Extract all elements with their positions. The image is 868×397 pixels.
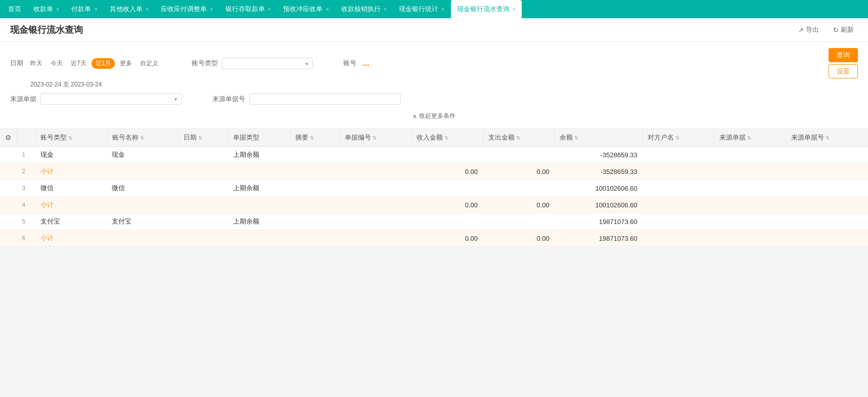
- nav-item-bank-flow[interactable]: 现金银行流水查询 ×: [451, 0, 522, 18]
- cell-source-doc-no: [786, 213, 868, 230]
- source-doc-no-input[interactable]: [249, 93, 401, 105]
- nav-item-receipt[interactable]: 收款单 ×: [27, 0, 65, 18]
- filter-row-1: 日期 昨天 今天 近7天 近1月 更多 自定义 账号类型 账号 ... 查: [10, 48, 858, 78]
- cell-balance: 19871073.60: [555, 213, 643, 230]
- collapse-bar[interactable]: ∧ 收起更多条件: [10, 110, 858, 122]
- page-header: 现金银行流水查询 ↗ 导出 ↻ 刷新: [0, 18, 868, 42]
- cell-account-name: 现金: [107, 147, 178, 163]
- cell-num: 2: [17, 163, 35, 180]
- column-settings-icon[interactable]: ⚙: [5, 134, 12, 142]
- nav-close-bank-stats[interactable]: ×: [441, 0, 444, 18]
- table-row: 6小计0.000.0019871073.60: [0, 230, 868, 247]
- cell-account-type: 微信: [35, 180, 107, 197]
- filter-row-2: 来源单据 来源单据号: [10, 93, 858, 105]
- sort-balance-icon: ⇅: [574, 135, 578, 141]
- cell-account-type: 支付宝: [35, 213, 107, 230]
- cell-settings: [0, 197, 17, 213]
- th-expense[interactable]: 支出金额 ⇅: [483, 129, 555, 147]
- sort-source-doc-icon: ⇅: [747, 135, 751, 141]
- query-button[interactable]: 查询: [829, 48, 858, 62]
- cell-settings: [0, 147, 17, 163]
- date-range-display: 2023-02-24 至 2023-03-24: [28, 80, 858, 89]
- export-button[interactable]: ↗ 导出: [794, 23, 823, 36]
- nav-close-prepay-offset[interactable]: ×: [326, 0, 329, 18]
- nav-close-collection-exec[interactable]: ×: [384, 0, 387, 18]
- th-summary[interactable]: 摘要 ⇅: [290, 129, 340, 147]
- cell-income: [411, 213, 483, 230]
- date-quick-buttons: 昨天 今天 近7天 近1月 更多 自定义: [27, 58, 161, 69]
- cell-counterpart: [643, 147, 714, 163]
- nav-item-home[interactable]: 首页: [2, 0, 27, 18]
- nav-item-bank-deposit[interactable]: 银行存取款单 ×: [219, 0, 277, 18]
- refresh-icon: ↻: [833, 26, 839, 34]
- nav-close-ar-ap-adjust[interactable]: ×: [210, 0, 213, 18]
- th-account-type[interactable]: 账号类型 ⇅: [35, 129, 107, 147]
- cell-date: [178, 180, 228, 197]
- cell-income: [411, 147, 483, 163]
- date-btn-1month[interactable]: 近1月: [92, 58, 115, 69]
- settings-button[interactable]: 设置: [829, 64, 858, 78]
- cell-source-doc: [714, 180, 786, 197]
- th-source-doc[interactable]: 来源单据 ⇅: [714, 129, 786, 147]
- cell-settings: [0, 213, 17, 230]
- nav-close-receipt[interactable]: ×: [56, 0, 59, 18]
- nav-item-payment[interactable]: 付款单 ×: [65, 0, 103, 18]
- nav-close-other-income[interactable]: ×: [146, 0, 149, 18]
- nav-item-collection-exec[interactable]: 收款核销执行 ×: [335, 0, 393, 18]
- source-doc-select[interactable]: [40, 93, 182, 105]
- cell-account-name: [107, 230, 178, 247]
- nav-item-bank-stats[interactable]: 现金银行统计 ×: [393, 0, 450, 18]
- cell-summary: [290, 197, 340, 213]
- cell-balance: 100102606.60: [555, 180, 643, 197]
- account-dots-button[interactable]: ...: [360, 59, 371, 68]
- th-income[interactable]: 收入金额 ⇅: [411, 129, 483, 147]
- date-range-text: 2023-02-24 至 2023-03-24: [30, 81, 102, 88]
- th-num: [17, 129, 35, 147]
- nav-item-ar-ap-adjust[interactable]: 应收应付调整单 ×: [155, 0, 219, 18]
- sort-counterpart-icon: ⇅: [675, 135, 679, 141]
- th-doc-no[interactable]: 单据编号 ⇅: [340, 129, 412, 147]
- sort-account-type-icon: ⇅: [68, 135, 72, 141]
- nav-close-payment[interactable]: ×: [94, 0, 97, 18]
- th-date[interactable]: 日期 ⇅: [178, 129, 228, 147]
- cell-account-type: 小计: [35, 230, 107, 247]
- date-btn-7days[interactable]: 近7天: [68, 58, 89, 69]
- cell-summary: [290, 163, 340, 180]
- nav-item-other-income[interactable]: 其他收入单 ×: [104, 0, 155, 18]
- cell-doc-no: [340, 213, 412, 230]
- sort-doc-no-icon: ⇅: [373, 135, 377, 141]
- source-doc-label: 来源单据: [10, 95, 36, 104]
- date-btn-yesterday[interactable]: 昨天: [27, 58, 45, 69]
- refresh-button[interactable]: ↻ 刷新: [829, 23, 858, 36]
- sort-account-name-icon: ⇅: [140, 135, 144, 141]
- cell-doc-no: [340, 147, 412, 163]
- date-btn-today[interactable]: 今天: [48, 58, 66, 69]
- cell-income: 0.00: [411, 197, 483, 213]
- cell-summary: [290, 147, 340, 163]
- collapse-up-icon: ∧: [413, 113, 417, 120]
- th-balance[interactable]: 余额 ⇅: [555, 129, 643, 147]
- account-label: 账号: [343, 59, 356, 68]
- nav-close-bank-flow[interactable]: ×: [513, 0, 516, 18]
- cell-counterpart: [643, 197, 714, 213]
- sort-income-icon: ⇅: [444, 135, 448, 141]
- date-label: 日期: [10, 59, 23, 68]
- cell-expense: 0.00: [483, 197, 555, 213]
- th-account-name[interactable]: 账号名称 ⇅: [107, 129, 178, 147]
- nav-item-prepay-offset[interactable]: 预收冲应收单 ×: [277, 0, 335, 18]
- nav-close-bank-deposit[interactable]: ×: [268, 0, 271, 18]
- cell-expense: [483, 147, 555, 163]
- th-counterpart[interactable]: 对方户名 ⇅: [643, 129, 714, 147]
- account-type-label: 账号类型: [192, 59, 218, 68]
- th-source-doc-no[interactable]: 来源单据号 ⇅: [786, 129, 868, 147]
- cell-source-doc: [714, 147, 786, 163]
- cell-expense: [483, 213, 555, 230]
- date-btn-custom[interactable]: 自定义: [137, 58, 161, 69]
- cell-expense: 0.00: [483, 230, 555, 247]
- date-btn-more[interactable]: 更多: [117, 58, 135, 69]
- source-doc-no-label: 来源单据号: [212, 95, 245, 104]
- cell-counterpart: [643, 230, 714, 247]
- cell-account-name: 微信: [107, 180, 178, 197]
- cell-num: 6: [17, 230, 35, 247]
- account-type-select[interactable]: [222, 58, 313, 69]
